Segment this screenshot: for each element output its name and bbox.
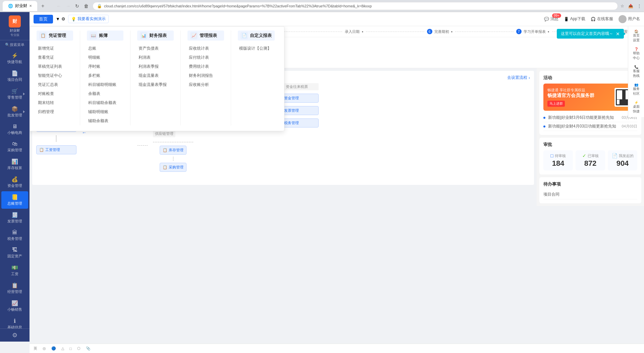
demo-tip[interactable]: 💡 我要看实例演示	[68, 15, 109, 23]
sidebar-item-tax[interactable]: 🏛 税务管理	[1, 227, 28, 244]
online-service-btn[interactable]: 🎧 在线客服	[591, 16, 613, 22]
menu-chronological[interactable]: 序时账	[87, 62, 123, 71]
menu-voucher-summary[interactable]: 凭证汇总表	[37, 80, 73, 89]
sidebar-search[interactable]: 🔍 搜索菜单	[0, 40, 30, 49]
menu-period-close[interactable]: 期末结转	[37, 98, 73, 107]
rq-customer-service[interactable]: 📞 客服 热线	[628, 63, 644, 80]
join-btn[interactable]: 马上进群	[547, 101, 565, 107]
mega-header-financial-report: 📊 财务报表	[137, 31, 174, 41]
url-text: cloud.chanjet.com/cc/u6d89qwnryel/57bfsk…	[104, 4, 613, 8]
sidebar-settings[interactable]: ⚙	[0, 329, 30, 342]
menu-cashflow[interactable]: 现金流量表	[137, 71, 174, 80]
user-avatar-btn[interactable]: 用户名	[619, 15, 640, 23]
flow-supply-chain: 供应链管理	[153, 130, 193, 137]
help-icon: ❓	[634, 47, 638, 51]
menu-general-ledger[interactable]: 总账	[87, 44, 123, 53]
approval-pending[interactable]: □ 待审核 184	[543, 150, 573, 170]
menu-subject-detail[interactable]: 科目辅助明细账	[87, 80, 123, 89]
menu-aux-balance[interactable]: 辅助余额表	[87, 116, 123, 125]
menu-view-voucher[interactable]: 查看凭证	[37, 53, 73, 62]
tax-icon: 🏛	[12, 230, 17, 236]
menu-cashflow-quarterly[interactable]: 现金流量表季报	[137, 80, 174, 89]
dropdown-trigger[interactable]: ▼ ⚙	[56, 16, 65, 21]
active-tab[interactable]: 🌐 好业财 ✕	[3, 1, 37, 11]
pending-item-contract[interactable]: 项目合同	[543, 190, 637, 199]
step-7[interactable]: 7 学习开单报表 ●	[516, 29, 549, 34]
sidebar-item-quick[interactable]: ⚡ 快捷导航	[1, 50, 28, 67]
sidebar-item-ledger[interactable]: 📒 总账管理	[1, 191, 28, 209]
menu-profit-quarterly[interactable]: 利润表季报	[137, 62, 174, 71]
menu-receivable-stats[interactable]: 应收统计表	[187, 44, 224, 53]
rq-home-settings[interactable]: 🏠 首页 设置	[628, 28, 644, 45]
sidebar-item-ecommerce[interactable]: 🖥 小畅电商	[1, 121, 28, 138]
rq-desktop-shortcut[interactable]: ⚡ 桌面 快捷	[628, 99, 644, 116]
menu-aux-detail[interactable]: 辅助明细账	[87, 107, 123, 116]
activity-item-2[interactable]: 新功能|好业财4月03日功能更新抢先知 04月03日	[543, 122, 637, 131]
flow-purchase[interactable]: 📋 采购管理	[160, 163, 186, 172]
nav-back-btn[interactable]: ←	[55, 3, 62, 9]
menu-archive[interactable]: 归档管理	[37, 107, 73, 116]
sidebar-item-retail[interactable]: 🛒 零售管理	[1, 85, 28, 103]
menu-profit-report[interactable]: 财务利润报告	[187, 71, 224, 80]
approval-done[interactable]: ✓ 已审核 872	[576, 150, 605, 170]
flow-inventory[interactable]: 📋 库存管理	[160, 146, 186, 155]
main-content: 首页 ▼ ⚙ 💡 我要看实例演示 💬 消息 99+ 📱 App下载	[30, 12, 644, 342]
mega-header-ledger: 📖 账簿	[87, 31, 123, 41]
activity-dot-1	[543, 117, 545, 119]
sidebar-item-inventory[interactable]: 📊 库存核算	[1, 156, 28, 173]
step-6-dot: ●	[451, 30, 453, 33]
rq-community[interactable]: 👥 服务 社区	[628, 81, 644, 98]
menu-template-design[interactable]: 模版设计【公测】	[238, 44, 275, 53]
menu-balance[interactable]: 余额表	[87, 89, 123, 98]
menu-expense-stats[interactable]: 费用统计表	[187, 62, 224, 71]
menu-multi-column[interactable]: 多栏账	[87, 71, 123, 80]
sidebar-item-salary[interactable]: 💵 工资	[1, 262, 28, 279]
nav-forward-btn[interactable]: →	[64, 3, 72, 9]
activity-item-1[interactable]: 新功能|好业财3月6日功能更新抢先知 03月06日	[543, 113, 637, 122]
new-tab-btn[interactable]: +	[39, 2, 47, 10]
browser-menu-icon[interactable]: ⋮	[637, 4, 641, 8]
sidebar-item-operation[interactable]: 📋 经营管理	[1, 280, 28, 297]
nav-delete-btn[interactable]: 🗑	[83, 3, 90, 9]
sidebar-item-basic[interactable]: ℹ 基础信息	[1, 315, 28, 329]
sidebar-item-sales[interactable]: 📈 小畅销售	[1, 297, 28, 315]
purchase-label: 采购管理	[7, 148, 22, 153]
sidebar-item-contract[interactable]: 📄 项目合同	[1, 67, 28, 85]
sidebar-item-invoice[interactable]: 🧾 发票管理	[1, 209, 28, 226]
menu-smart-voucher[interactable]: 智能凭证中心	[37, 71, 73, 80]
approval-title: 审批	[543, 142, 637, 148]
browser-cast-icon[interactable]: 📤	[628, 4, 633, 8]
message-btn[interactable]: 💬 消息 99+	[544, 16, 558, 22]
rq-help-center[interactable]: ❓ 帮助 中心	[628, 45, 644, 62]
step-6[interactable]: 6 完善期初 ●	[427, 29, 453, 34]
tab-close-btn[interactable]: ✕	[29, 4, 32, 8]
menu-draft-voucher[interactable]: 草稿凭证列表	[37, 62, 73, 71]
menu-profit-loss[interactable]: 利润表	[137, 53, 174, 62]
menu-payable-stats[interactable]: 应付统计表	[187, 53, 224, 62]
activity-title: 活动	[543, 75, 637, 81]
step-5[interactable]: 录入日期 ●	[345, 29, 363, 34]
nav-refresh-btn[interactable]: ↻	[74, 3, 80, 9]
menu-reconcile[interactable]: 对账检查	[37, 89, 73, 98]
menu-balance-sheet[interactable]: 资产负债表	[137, 44, 174, 53]
menu-subject-balance[interactable]: 科目辅助余额表	[87, 98, 123, 107]
sidebar-item-wholesale[interactable]: 📦 批发管理	[1, 103, 28, 120]
dropdown-arrow-icon: ▼	[56, 16, 60, 21]
app-download-btn[interactable]: 📱 App下载	[564, 16, 585, 22]
flow-v-connector-2	[36, 135, 56, 142]
sidebar-item-assets[interactable]: 🏗 固定资产	[1, 244, 28, 261]
sidebar-item-finance[interactable]: 💰 资金管理	[1, 173, 28, 191]
browser-bookmark-icon[interactable]: ☆	[621, 4, 624, 8]
menu-receivable-analysis[interactable]: 应收账分析	[187, 80, 224, 89]
menu-add-voucher[interactable]: 新增凭证	[37, 44, 73, 53]
approval-cards: □ 待审核 184 ✓ 已审核 872	[543, 150, 637, 170]
custom-report-header-text: 自定义报表	[250, 33, 272, 39]
sidebar-item-purchase[interactable]: 🛍 采购管理	[1, 138, 28, 155]
menu-detail-ledger[interactable]: 明细账	[87, 53, 123, 62]
flow-salary-mgmt[interactable]: 📋 工资管理	[36, 145, 76, 154]
home-tab[interactable]: 首页	[34, 15, 53, 23]
settings-trigger-icon[interactable]: ⚙	[61, 16, 65, 21]
goto-flow-btn[interactable]: 去设置流程 ›	[507, 75, 530, 81]
url-bar[interactable]: 🔒 cloud.chanjet.com/cc/u6d89qwnryel/57bf…	[93, 2, 618, 10]
approval-mine[interactable]: 📄 我发起的 904	[608, 150, 637, 170]
